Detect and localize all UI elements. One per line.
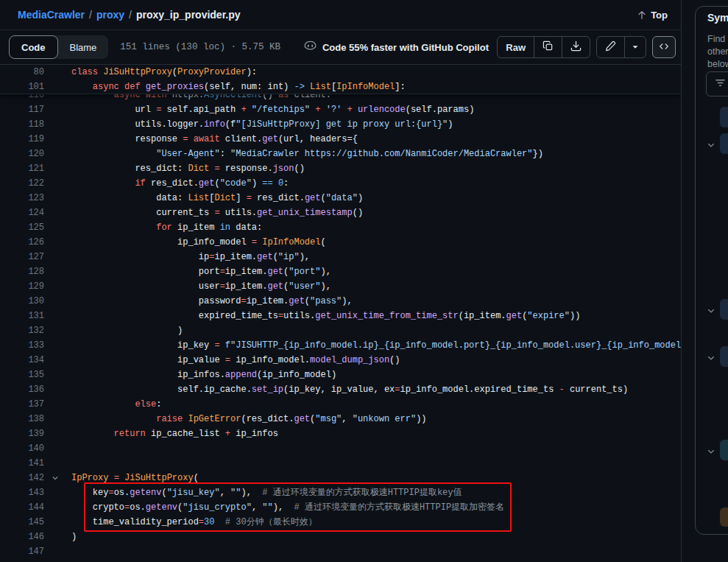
code-blame-switch: Code Blame bbox=[9, 35, 108, 59]
collapse-chevron-icon[interactable] bbox=[52, 471, 59, 482]
line-number[interactable]: 130 bbox=[0, 294, 44, 309]
edit-file-button[interactable] bbox=[597, 37, 624, 57]
code-viewer: 116 async with httpx.AsyncClient() as cl… bbox=[0, 65, 681, 562]
code-text: ip_value = ip_info_model.model_dump_json… bbox=[71, 353, 400, 368]
file-main-column: MediaCrawler / proxy / proxy_ip_provider… bbox=[0, 0, 682, 562]
chevron-down-icon[interactable] bbox=[707, 139, 715, 152]
arrow-up-icon bbox=[637, 10, 647, 20]
code-text: ip_info_model = IpInfoModel( bbox=[71, 235, 326, 250]
breadcrumb-repo-link[interactable]: MediaCrawler bbox=[18, 9, 85, 21]
symbol-item[interactable] bbox=[720, 133, 728, 154]
line-number[interactable]: 125 bbox=[0, 220, 44, 235]
line-number[interactable]: 133 bbox=[0, 338, 44, 353]
code-text: return ip_cache_list + ip_infos bbox=[71, 426, 278, 441]
code-text: else: bbox=[71, 397, 161, 412]
line-number[interactable]: 120 bbox=[0, 147, 44, 161]
code-line: 135 ip_infos.append(ip_info_model) bbox=[0, 368, 681, 382]
download-raw-button[interactable] bbox=[562, 37, 590, 57]
line-number[interactable]: 118 bbox=[0, 117, 44, 132]
code-line: 119 response = await client.get(url, hea… bbox=[0, 132, 681, 147]
copilot-banner[interactable]: Code 55% faster with GitHub Copilot bbox=[304, 40, 489, 55]
code-line: 123 data: List[Dict] = res_dict.get("dat… bbox=[0, 191, 681, 206]
code-line: 143 key=os.getenv("jisu_key", ""), # 通过环… bbox=[0, 485, 681, 500]
line-number[interactable]: 139 bbox=[0, 426, 44, 441]
symbols-panel-toggle-button[interactable] bbox=[652, 36, 676, 58]
symbol-item[interactable] bbox=[720, 299, 728, 320]
line-gutter bbox=[44, 132, 71, 147]
line-number[interactable]: 123 bbox=[0, 191, 44, 206]
line-number[interactable]: 124 bbox=[0, 206, 44, 220]
chevron-down-icon[interactable] bbox=[707, 352, 715, 365]
tab-blame[interactable]: Blame bbox=[58, 35, 109, 59]
copy-raw-button[interactable] bbox=[534, 37, 562, 57]
code-line: 145 time_validity_period=30 # 30分钟（最长时效） bbox=[0, 515, 681, 530]
code-text: data: List[Dict] = res_dict.get("data") bbox=[71, 191, 363, 206]
toolbar-actions: Raw bbox=[497, 36, 676, 58]
line-number[interactable]: 134 bbox=[0, 353, 44, 368]
code-line: 146) bbox=[0, 530, 681, 544]
code-line: 131 expired_time_ts=utils.get_unix_time_… bbox=[0, 309, 681, 323]
copy-icon bbox=[543, 41, 554, 54]
line-number[interactable]: 131 bbox=[0, 309, 44, 323]
code-line: 133 ip_key = f"JISUHTTP_{ip_info_model.i… bbox=[0, 338, 681, 353]
line-number[interactable]: 137 bbox=[0, 397, 44, 412]
code-line: 142IpProxy = JiSuHttpProxy( bbox=[0, 471, 681, 485]
symbols-panel: Sym Find other below bbox=[695, 6, 728, 535]
line-number[interactable]: 128 bbox=[0, 264, 44, 279]
symbol-item[interactable] bbox=[720, 107, 728, 127]
code-text: ip_infos.append(ip_info_model) bbox=[71, 368, 336, 382]
line-number[interactable]: 117 bbox=[0, 102, 44, 117]
symbols-filter-input[interactable] bbox=[706, 71, 728, 96]
line-number[interactable]: 141 bbox=[0, 456, 44, 471]
line-number[interactable]: 140 bbox=[0, 441, 44, 456]
line-gutter bbox=[44, 191, 71, 206]
line-gutter bbox=[44, 544, 71, 559]
tab-code[interactable]: Code bbox=[9, 35, 58, 59]
line-number[interactable]: 138 bbox=[0, 412, 44, 426]
line-gutter bbox=[44, 397, 71, 412]
line-number[interactable]: 132 bbox=[0, 323, 44, 338]
code-text: res_dict: Dict = response.json() bbox=[71, 161, 305, 176]
code-line: 136 self.ip_cache.set_ip(ip_key, ip_valu… bbox=[0, 382, 681, 397]
symbol-item[interactable] bbox=[720, 440, 728, 460]
code-text: ) bbox=[71, 530, 77, 544]
line-number[interactable]: 147 bbox=[0, 544, 44, 559]
line-gutter bbox=[44, 456, 71, 471]
code-text: user=ip_item.get("user"), bbox=[71, 279, 331, 294]
line-number[interactable]: 126 bbox=[0, 235, 44, 250]
line-number[interactable]: 127 bbox=[0, 250, 44, 264]
line-number[interactable]: 121 bbox=[0, 161, 44, 176]
line-number[interactable]: 142 bbox=[0, 471, 44, 485]
line-gutter bbox=[44, 65, 71, 80]
line-number[interactable]: 135 bbox=[0, 368, 44, 382]
code-line: 129 user=ip_item.get("user"), bbox=[0, 279, 681, 294]
raw-button[interactable]: Raw bbox=[498, 37, 534, 57]
chevron-down-icon[interactable] bbox=[707, 305, 715, 318]
line-number[interactable]: 136 bbox=[0, 382, 44, 397]
scroll-to-top-label: Top bbox=[651, 10, 668, 21]
line-number[interactable]: 101 bbox=[0, 80, 44, 94]
line-gutter bbox=[44, 426, 71, 441]
line-gutter bbox=[44, 264, 71, 279]
line-gutter bbox=[44, 338, 71, 353]
line-number[interactable]: 144 bbox=[0, 500, 44, 515]
code-line: 118 utils.logger.info(f"[JiSuHttpProxy] … bbox=[0, 117, 681, 132]
scroll-to-top-button[interactable]: Top bbox=[637, 10, 668, 21]
line-number[interactable]: 146 bbox=[0, 530, 44, 544]
code-line: 101 async def get_proxies(self, num: int… bbox=[0, 80, 681, 94]
breadcrumb-folder-link[interactable]: proxy bbox=[96, 9, 124, 21]
line-number[interactable]: 119 bbox=[0, 132, 44, 147]
code-line: 132 ) bbox=[0, 323, 681, 338]
line-number[interactable]: 143 bbox=[0, 485, 44, 500]
line-number[interactable]: 80 bbox=[0, 65, 44, 80]
line-number[interactable]: 129 bbox=[0, 279, 44, 294]
code-text: class JiSuHttpProxy(ProxyProvider): bbox=[71, 65, 257, 80]
code-line: 121 res_dict: Dict = response.json() bbox=[0, 161, 681, 176]
github-file-view: MediaCrawler / proxy / proxy_ip_provider… bbox=[0, 0, 728, 562]
edit-dropdown-button[interactable] bbox=[624, 37, 646, 57]
line-number[interactable]: 122 bbox=[0, 176, 44, 191]
symbol-item[interactable] bbox=[720, 346, 728, 367]
chevron-down-icon[interactable] bbox=[707, 446, 715, 459]
symbol-item[interactable] bbox=[720, 507, 728, 527]
line-number[interactable]: 145 bbox=[0, 515, 44, 530]
